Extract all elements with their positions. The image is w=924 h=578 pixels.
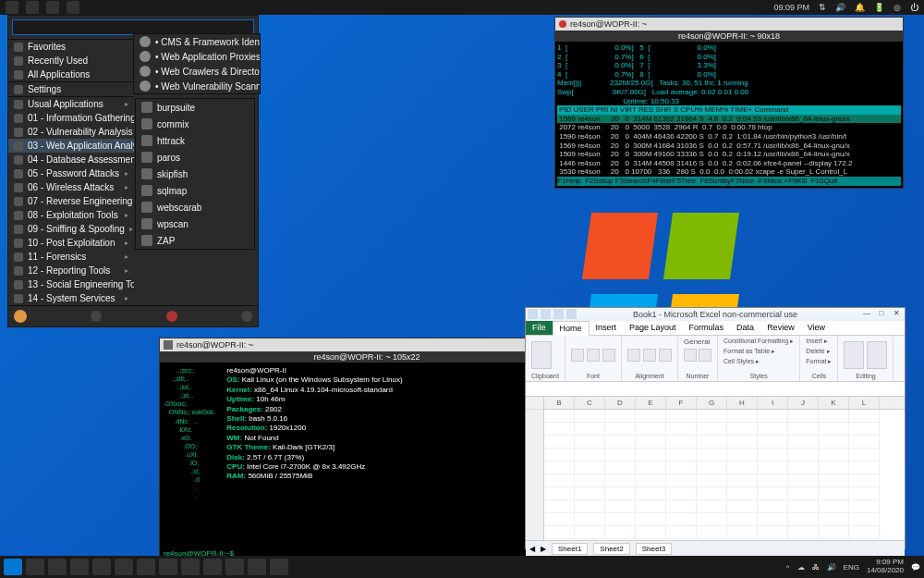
notification-icon[interactable]: 🔔 [855,3,865,12]
taskbar-app-icon[interactable] [70,559,89,575]
cell[interactable] [636,461,666,474]
cell[interactable] [849,474,880,487]
cell[interactable] [605,461,636,474]
sheet-tab[interactable]: Sheet1 [552,543,588,555]
start-button[interactable] [4,559,22,575]
menu-category[interactable]: 12 - Reporting Tools▸ [8,264,134,277]
row-headers[interactable] [526,397,544,540]
close-icon[interactable]: ✕ [890,309,903,318]
cell[interactable] [758,410,788,423]
cell[interactable] [544,500,575,513]
column-header[interactable]: I [758,397,788,409]
cell[interactable] [788,449,819,461]
cell[interactable] [788,487,819,500]
cell[interactable] [819,474,849,487]
cell-button[interactable]: Insert ▸ [806,338,827,345]
undo-icon[interactable] [553,309,564,319]
terminal-htop-window[interactable]: re4son@WOPR-II: ~ re4son@WOPR-II: ~ 90x1… [554,17,904,189]
cell[interactable] [819,500,849,513]
window-titlebar[interactable]: re4son@WOPR-II: ~ —□✕ [160,338,574,351]
style-button[interactable]: Conditional Formatting ▸ [723,338,794,345]
cell[interactable] [849,436,880,449]
cell[interactable] [758,423,788,436]
cell[interactable] [849,423,880,436]
cell[interactable] [819,487,849,500]
app-launcher-item[interactable]: commix [136,116,254,132]
menu-category[interactable]: 11 - Forensics▸ [8,250,134,264]
cell[interactable] [636,474,666,487]
menu-category[interactable]: 04 - Database Assessment▸ [8,153,134,166]
menu-category[interactable]: 08 - Exploitation Tools▸ [8,208,134,222]
taskbar-app-icon[interactable] [248,559,266,575]
cell[interactable] [605,526,636,539]
column-header[interactable]: G [697,397,727,409]
ribbon-tab[interactable]: File [526,321,553,335]
submenu-item[interactable]: • Web Application Proxies▸ [134,49,260,64]
cell[interactable] [788,461,819,474]
cell[interactable] [788,513,819,526]
menu-category[interactable]: 02 - Vulnerability Analysis▸ [8,125,134,139]
cell[interactable] [666,436,697,449]
column-header[interactable]: C [575,397,605,409]
panel-app-icon[interactable] [46,1,59,14]
cell[interactable] [697,513,727,526]
taskbar-app-icon[interactable] [181,559,200,575]
panel-app-icon[interactable] [26,1,39,14]
menu-item[interactable]: Recently Used [8,54,134,68]
cell[interactable] [819,449,849,461]
app-launcher-item[interactable]: webscarab [136,199,254,215]
cell[interactable] [819,461,849,474]
cell[interactable] [636,513,666,526]
cell[interactable] [727,513,758,526]
cell[interactable] [697,487,727,500]
search-icon[interactable] [26,559,44,575]
notification-center-icon[interactable]: 💬 [911,563,920,572]
menu-category[interactable]: 03 - Web Application Analysis▸ [8,139,134,153]
column-header[interactable]: B [544,397,575,409]
formula-bar[interactable] [526,382,905,397]
percent-button[interactable] [699,349,711,362]
ribbon-tab[interactable]: Page Layout [623,321,683,335]
cell[interactable] [666,526,697,539]
settings-icon[interactable] [91,311,102,322]
submenu-item[interactable]: • Web Vulnerability Scanners▸ [134,79,260,93]
column-header[interactable]: J [788,397,819,409]
app-launcher-item[interactable]: wpscan [136,215,254,232]
cell[interactable] [575,423,605,436]
column-header[interactable]: E [636,397,666,409]
cell[interactable] [636,410,666,423]
cell[interactable] [819,526,849,539]
cell[interactable] [819,423,849,436]
minimize-icon[interactable]: — [860,309,873,318]
cell[interactable] [697,436,727,449]
app-launcher-item[interactable]: ZAP [136,232,254,249]
cell[interactable] [605,500,636,513]
terminal-neofetch-window[interactable]: re4son@WOPR-II: ~ —□✕ re4son@WOPR-II: ~ … [159,338,575,560]
cell[interactable] [575,436,605,449]
cell[interactable] [788,410,819,423]
cell[interactable] [544,449,575,461]
column-header[interactable]: L [849,397,880,409]
align-button[interactable] [627,349,640,362]
language-indicator[interactable]: ENG [844,563,859,572]
panel-clock[interactable]: 09:09 PM [773,3,809,12]
cells[interactable] [544,410,905,539]
excel-window[interactable]: Book1 - Microsoft Excel non-commercial u… [525,307,906,549]
cell[interactable] [758,461,788,474]
volume-icon[interactable]: 🔊 [835,3,845,12]
cell[interactable] [727,436,758,449]
ribbon-tab[interactable]: View [801,321,832,335]
menu-category[interactable]: 14 - System Services▸ [8,291,134,305]
cell[interactable] [727,526,758,539]
taskbar-app-icon[interactable] [137,559,155,575]
cell[interactable] [819,410,849,423]
cell[interactable] [727,449,758,461]
menu-category[interactable]: 01 - Information Gathering▸ [8,111,134,125]
cell[interactable] [758,449,788,461]
bold-button[interactable] [571,349,584,362]
cell[interactable] [544,526,575,539]
cell[interactable] [544,513,575,526]
cell[interactable] [727,487,758,500]
onedrive-icon[interactable]: ☁ [797,563,805,572]
cell[interactable] [697,474,727,487]
